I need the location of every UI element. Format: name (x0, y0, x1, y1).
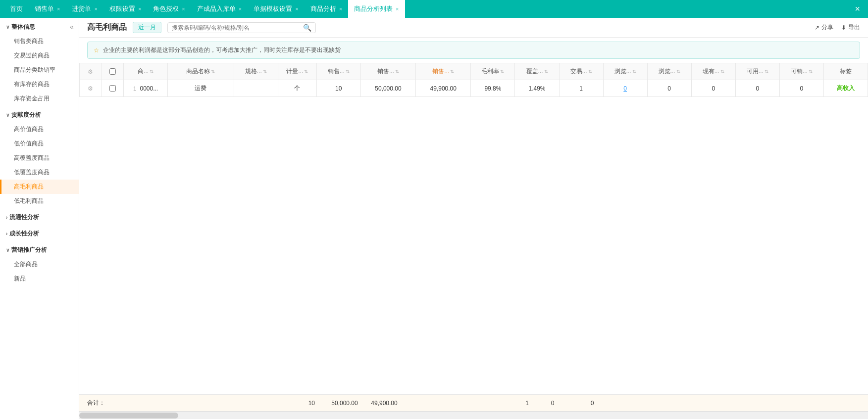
page-title: 高毛利商品 (87, 22, 127, 33)
footer-sales-amt: 50,000.00 (325, 400, 364, 407)
sort-icon-sales-profit: ⇅ (450, 69, 454, 74)
export-button[interactable]: ⬇ 导出 (841, 23, 860, 32)
row-transaction: 1 (559, 80, 603, 97)
sidebar-group-marketing: ∨ 营销推广分析 全部商品 新品 (0, 243, 79, 286)
data-table-wrap: ⚙ 商...⇅ 商品名称⇅ 规格...⇅ (79, 63, 868, 419)
footer-transaction: 1 (404, 400, 533, 407)
col-sales-qty[interactable]: 销售...⇅ (316, 63, 360, 80)
col-code[interactable]: 商...⇅ (124, 63, 168, 80)
nav-role-auth[interactable]: 角色授权 × (147, 0, 191, 18)
row-sellable-stock: 0 (779, 80, 823, 97)
search-icon: 🔍 (303, 24, 311, 32)
content-area: 高毛利商品 近一月 🔍 ↗ 分享 ⬇ 导出 ☆ 企业的主要的利润都是这部分商品创… (79, 18, 868, 419)
nav-purchase-order[interactable]: 进货单 × (66, 0, 103, 18)
sidebar-collapse-button[interactable]: « (67, 22, 77, 32)
sort-icon-name: ⇅ (211, 69, 215, 74)
search-input[interactable] (172, 24, 301, 31)
col-gross-margin[interactable]: 毛利率⇅ (471, 63, 515, 80)
row-view1[interactable]: 0 (603, 80, 647, 97)
nav-home[interactable]: 首页 (4, 0, 29, 18)
export-icon: ⬇ (841, 24, 846, 31)
nav-product-analysis-list[interactable]: 商品分析列表 × (348, 0, 405, 18)
col-unit[interactable]: 计量...⇅ (278, 63, 316, 80)
content-header: 高毛利商品 近一月 🔍 ↗ 分享 ⬇ 导出 (79, 18, 868, 38)
share-button[interactable]: ↗ 分享 (815, 23, 833, 32)
col-spec[interactable]: 规格...⇅ (234, 63, 278, 80)
col-sales-profit[interactable]: 销售...⇅ (416, 63, 471, 80)
sort-icon-sales-qty: ⇅ (346, 69, 350, 74)
sidebar-item-sales-goods[interactable]: 销售类商品 (0, 34, 79, 48)
col-settings[interactable]: ⚙ (80, 63, 102, 80)
nav-role-auth-close[interactable]: × (182, 6, 185, 12)
col-view1[interactable]: 浏览...⇅ (603, 63, 647, 80)
col-sales-amt[interactable]: 销售...⇅ (360, 63, 415, 80)
col-sellable-stock[interactable]: 可销...⇅ (779, 63, 823, 80)
row-name: 运费 (168, 80, 234, 97)
sidebar-item-new-goods[interactable]: 新品 (0, 272, 79, 286)
row-view1-link[interactable]: 0 (623, 85, 627, 92)
row-settings[interactable]: ⚙ (80, 80, 102, 97)
nav-doc-template-close[interactable]: × (295, 6, 298, 12)
sidebar-item-low-margin[interactable]: 低毛利商品 (0, 194, 79, 208)
nav-product-analysis-close[interactable]: × (339, 6, 342, 12)
sidebar-group-growth: › 成长性分析 (0, 227, 79, 241)
nav-product-analysis-list-close[interactable]: × (396, 6, 399, 12)
select-all-checkbox[interactable] (109, 68, 116, 75)
nav-purchase-order-close[interactable]: × (94, 6, 97, 12)
nav-permission-settings-close[interactable]: × (138, 6, 141, 12)
sidebar-item-high-value[interactable]: 高价值商品 (0, 122, 79, 137)
row-gross-margin: 99.8% (471, 80, 515, 97)
col-available-stock[interactable]: 可用...⇅ (735, 63, 779, 80)
col-name[interactable]: 商品名称⇅ (168, 63, 234, 80)
sidebar-item-traded-goods[interactable]: 交易过的商品 (0, 48, 79, 63)
sort-icon-sellable-stock: ⇅ (809, 69, 813, 74)
filter-recent-month-button[interactable]: 近一月 (133, 22, 161, 33)
nav-sales-order-close[interactable]: × (57, 6, 60, 12)
close-all-tabs[interactable]: × (851, 4, 864, 14)
horizontal-scrollbar[interactable] (79, 411, 868, 419)
row-unit: 个 (278, 80, 316, 97)
main-layout: « ∨ 整体信息 销售类商品 交易过的商品 商品分类助销率 有库存的商品 库存资… (0, 18, 868, 419)
row-available-stock: 0 (735, 80, 779, 97)
sidebar-group-contribution-title[interactable]: ∨ 贡献度分析 (0, 108, 79, 122)
col-checkbox (102, 63, 124, 80)
col-coverage[interactable]: 覆盖...⇅ (515, 63, 559, 80)
sidebar-group-liquidity-title[interactable]: › 流通性分析 (0, 210, 79, 225)
sort-icon-code: ⇅ (150, 69, 153, 74)
sort-icon-gross-margin: ⇅ (500, 69, 504, 74)
sidebar: « ∨ 整体信息 销售类商品 交易过的商品 商品分类助销率 有库存的商品 库存资… (0, 18, 79, 419)
nav-sales-order[interactable]: 销售单 × (29, 0, 66, 18)
col-transaction[interactable]: 交易...⇅ (559, 63, 603, 80)
nav-doc-template[interactable]: 单据模板设置 × (248, 0, 304, 18)
footer-sales-profit: 49,900.00 (364, 400, 404, 407)
nav-product-inbound-close[interactable]: × (239, 6, 242, 12)
sidebar-item-all-goods[interactable]: 全部商品 (0, 257, 79, 272)
col-view2[interactable]: 浏览...⇅ (647, 63, 691, 80)
col-current-stock[interactable]: 现有...⇅ (691, 63, 735, 80)
sort-icon-sales-amt: ⇅ (395, 69, 399, 74)
sidebar-item-stock-capital[interactable]: 库存资金占用 (0, 92, 79, 106)
row-checkbox (102, 80, 124, 97)
sidebar-item-high-coverage[interactable]: 高覆盖度商品 (0, 151, 79, 165)
search-wrap: 🔍 (167, 22, 316, 33)
table-row: ⚙ 1 0000... 运费 个 10 50,000.00 49 (80, 80, 868, 97)
sidebar-group-marketing-title[interactable]: ∨ 营销推广分析 (0, 243, 79, 257)
row-select-checkbox[interactable] (109, 85, 116, 92)
sort-icon-view2: ⇅ (676, 69, 680, 74)
sidebar-group-growth-title[interactable]: › 成长性分析 (0, 227, 79, 241)
nav-product-inbound[interactable]: 产成品入库单 × (191, 0, 248, 18)
row-tag: 高收入 (823, 80, 868, 97)
sort-icon-current-stock: ⇅ (720, 69, 724, 74)
sidebar-item-low-value[interactable]: 低价值商品 (0, 137, 79, 151)
sidebar-item-high-margin[interactable]: 高毛利商品 (0, 180, 79, 194)
sidebar-item-in-stock-goods[interactable]: 有库存的商品 (0, 77, 79, 92)
scrollbar-thumb[interactable] (79, 413, 178, 419)
row-sales-qty: 10 (316, 80, 360, 97)
nav-permission-settings[interactable]: 权限设置 × (103, 0, 147, 18)
col-tag[interactable]: 标签 (823, 63, 868, 80)
sidebar-item-category-rate[interactable]: 商品分类助销率 (0, 63, 79, 77)
sort-icon-unit: ⇅ (304, 69, 308, 74)
nav-product-analysis[interactable]: 商品分析 × (305, 0, 348, 18)
sidebar-item-low-coverage[interactable]: 低覆盖度商品 (0, 165, 79, 180)
table-header-row: ⚙ 商...⇅ 商品名称⇅ 规格...⇅ (80, 63, 868, 80)
